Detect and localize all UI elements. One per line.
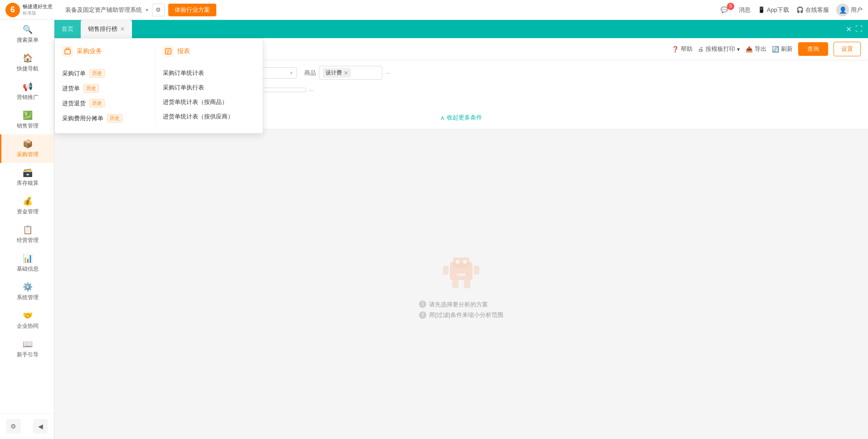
tab-expand-icon[interactable]: ⛶	[855, 25, 863, 33]
user-area[interactable]: 👤 用户	[836, 4, 863, 16]
basic-info-icon: 📊	[23, 253, 33, 263]
refresh-btn[interactable]: 🔄 刷新	[772, 45, 793, 53]
dropdown-item-po-stats[interactable]: 采购订单统计表	[163, 66, 256, 80]
svg-rect-6	[474, 266, 479, 275]
print-btn[interactable]: 🖨 按模板打印 ▾	[698, 45, 740, 53]
user-label: 用户	[851, 6, 863, 14]
sidebar-item-label: 企业协同	[17, 322, 39, 330]
industry-btn[interactable]: 体验行业方案	[168, 4, 216, 16]
goods-receipt-label: 进货单	[62, 84, 80, 93]
sidebar-item-marketing[interactable]: 📢 营销推广	[0, 77, 54, 106]
sidebar-item-operation[interactable]: 📋 经营管理	[0, 220, 54, 249]
dropdown-item-purchase-expense[interactable]: 采购费用分摊单 历史	[62, 111, 155, 126]
empty-illustration	[434, 248, 488, 294]
dropdown-purchase-col: 采购业务 采购订单 历史 进货单 历史 进货退货 历史 采购费用分摊单 历史	[62, 46, 155, 126]
empty-area: 1 请先选择要分析的方案 2 用[过滤]条件来缩小分析范围	[54, 129, 868, 439]
message-btn[interactable]: 💬 9 消息	[721, 6, 751, 14]
step-2-num: 2	[419, 311, 426, 319]
tab-close-all-icon[interactable]: ✕	[846, 25, 852, 34]
sidebar-item-finance[interactable]: 💰 资金管理	[0, 192, 54, 220]
sidebar-item-purchase[interactable]: 📦 采购管理	[0, 134, 54, 163]
print-label: 按模板打印	[706, 45, 735, 53]
salesperson-dots[interactable]: ···	[309, 87, 314, 94]
tab-home-label: 首页	[62, 25, 73, 33]
topbar: 6 畅捷通好生意 标准版 装备及固定资产辅助管理系统 ▾ ⚙ 体验行业方案 💬 …	[0, 0, 868, 20]
empty-step-1: 1 请先选择要分析的方案	[419, 299, 503, 310]
sidebar-item-guide[interactable]: 📖 新手引导	[0, 335, 54, 363]
purchase-order-label: 采购订单	[62, 69, 86, 78]
sidebar-item-enterprise[interactable]: 🤝 企业协同	[0, 306, 54, 335]
system-icon: ⚙️	[23, 282, 33, 292]
online-service-label: 在线客服	[805, 6, 829, 14]
dropdown-item-po-exec[interactable]: 采购订单执行表	[163, 80, 256, 95]
dropdown-menu: 采购业务 采购订单 历史 进货单 历史 进货退货 历史 采购费用分摊单 历史 报…	[54, 38, 263, 133]
export-icon: 📤	[746, 46, 753, 53]
help-btn[interactable]: ❓ 帮助	[672, 45, 692, 53]
help-icon: ❓	[672, 46, 679, 53]
dropdown-purchase-header: 采购业务	[62, 46, 155, 60]
sidebar-collapse-btn[interactable]: ◀	[33, 419, 48, 434]
svg-rect-7	[452, 280, 458, 288]
settings-btn[interactable]: 设置	[834, 42, 861, 56]
sidebar-item-sales[interactable]: 💹 销售管理	[0, 106, 54, 134]
sidebar-settings-btn[interactable]: ⚙	[6, 419, 21, 434]
home-icon: 🏠	[23, 53, 33, 63]
logo-icon: 6	[5, 3, 20, 17]
tab-home[interactable]: 首页	[54, 20, 81, 38]
purchase-order-history: 历史	[89, 69, 105, 78]
tab-bar: 首页 销售排行榜 ✕ ✕ ⛶	[54, 20, 868, 38]
sales-icon: 💹	[23, 110, 33, 120]
logo-text-block: 畅捷通好生意 标准版	[23, 3, 53, 16]
svg-rect-9	[65, 49, 70, 54]
empty-hint1: 请先选择要分析的方案	[429, 299, 488, 310]
purchase-expense-label: 采购费用分摊单	[62, 114, 103, 123]
print-dropdown-icon: ▾	[737, 46, 740, 53]
topbar-right: 💬 9 消息 📱 App下载 🎧 在线客服 👤 用户	[721, 4, 863, 16]
refresh-label: 刷新	[781, 45, 793, 53]
dropdown-item-purchase-order[interactable]: 采购订单 历史	[62, 66, 155, 81]
collapse-btn[interactable]: ∧ 收起更多条件	[440, 113, 482, 122]
system-title-dropdown[interactable]: ▾	[146, 7, 148, 13]
export-btn[interactable]: 📤 导出	[746, 45, 766, 53]
sidebar-item-label: 库存核算	[17, 179, 39, 187]
po-exec-label: 采购订单执行表	[163, 84, 204, 92]
dropdown-report-header: 报表	[163, 46, 256, 60]
settings-gear[interactable]: ⚙	[152, 4, 165, 16]
tab-close-icon[interactable]: ✕	[120, 26, 125, 32]
gr-stats-supplier-label: 进货单统计表（按供应商）	[163, 113, 234, 121]
svg-rect-4	[457, 273, 466, 276]
dropdown-item-gr-stats-goods[interactable]: 进货单统计表（按商品）	[163, 95, 256, 109]
tab-sales-ranking[interactable]: 销售排行榜 ✕	[81, 20, 132, 38]
dropdown-item-goods-receipt[interactable]: 进货单 历史	[62, 81, 155, 96]
refresh-icon: 🔄	[772, 46, 779, 53]
svg-rect-8	[464, 280, 470, 288]
system-title-area: 装备及固定资产辅助管理系统 ▾ ⚙ 体验行业方案	[60, 4, 721, 16]
goods-tag: 设计费 ✕	[323, 68, 351, 78]
tab-bar-right: ✕ ⛶	[846, 25, 868, 34]
sidebar-item-label: 基础信息	[17, 265, 39, 273]
online-service-btn[interactable]: 🎧 在线客服	[796, 6, 829, 14]
goods-input[interactable]: 设计费 ✕	[319, 66, 382, 80]
goods-dots[interactable]: ···	[385, 69, 390, 76]
sidebar-item-inventory[interactable]: 🗃️ 库存核算	[0, 163, 54, 192]
goods-tag-close[interactable]: ✕	[344, 70, 348, 76]
logo-line1: 畅捷通好生意	[23, 3, 53, 10]
goods-tag-text: 设计费	[326, 69, 342, 77]
sidebar-bottom: ⚙ ◀	[0, 413, 54, 439]
sidebar-item-basic-info[interactable]: 📊 基础信息	[0, 249, 54, 277]
empty-hints: 1 请先选择要分析的方案 2 用[过滤]条件来缩小分析范围	[419, 299, 503, 321]
sidebar-item-quick-nav[interactable]: 🏠 快捷导航	[0, 49, 54, 77]
goods-label: 商品	[304, 69, 316, 77]
query-btn[interactable]: 查询	[798, 42, 828, 56]
sidebar-item-label: 资金管理	[17, 208, 39, 216]
filter-goods: 商品 设计费 ✕ ···	[304, 66, 395, 80]
sidebar-item-search[interactable]: 🔍 搜索菜单	[0, 20, 54, 49]
app-download-btn[interactable]: 📱 App下载	[758, 6, 789, 14]
svg-rect-5	[443, 266, 449, 275]
dropdown-item-goods-return[interactable]: 进货退货 历史	[62, 96, 155, 111]
app-download-label: App下载	[767, 6, 789, 14]
dropdown-item-gr-stats-supplier[interactable]: 进货单统计表（按供应商）	[163, 109, 256, 124]
sidebar-item-system[interactable]: ⚙️ 系统管理	[0, 277, 54, 306]
phone-icon: 📱	[758, 6, 765, 13]
purchase-icon: 📦	[23, 139, 33, 149]
